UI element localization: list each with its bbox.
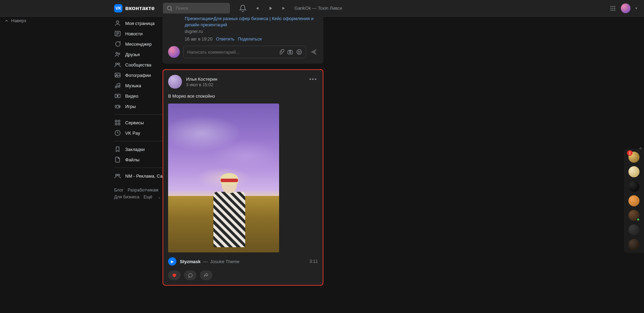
svg-point-23: [119, 107, 120, 107]
footer-devs[interactable]: Разработчикам: [128, 188, 158, 193]
nav-communities[interactable]: Сообщества: [114, 60, 169, 70]
nav-services[interactable]: Сервисы: [114, 117, 169, 128]
nav-nm[interactable]: NM - Реклама, Са...: [114, 171, 169, 181]
friend-avatar[interactable]: [628, 195, 640, 206]
svg-point-12: [116, 52, 118, 54]
nav-my-page[interactable]: Моя страница: [114, 18, 169, 28]
svg-point-33: [297, 50, 302, 54]
file-icon: [114, 156, 121, 163]
next-track-icon[interactable]: [280, 5, 288, 12]
user-icon: [114, 20, 121, 27]
footer-business[interactable]: Для бизнеса: [114, 195, 139, 199]
divider: [114, 168, 169, 168]
comment-button[interactable]: [184, 270, 196, 280]
camera-icon[interactable]: [287, 49, 293, 55]
post-highlighted: Илья Костерин 3 июл в 15:02 ••• В Морио …: [163, 69, 323, 286]
nav-photos[interactable]: Фотографии: [114, 70, 169, 80]
chat-icon: [114, 41, 121, 47]
author-avatar[interactable]: [168, 75, 182, 89]
nav-video[interactable]: Видео: [114, 91, 169, 101]
like-button[interactable]: [168, 270, 181, 280]
nav-label: Фотографии: [125, 73, 151, 78]
send-icon[interactable]: [310, 48, 318, 56]
logo[interactable]: VK вконтакте: [114, 4, 155, 12]
post-source: dsgner.ru: [185, 29, 318, 34]
user-avatar[interactable]: [621, 3, 631, 13]
audio-attachment[interactable]: ▶ Styzmask — Josuke Theme 3:11: [168, 257, 318, 266]
footer-more[interactable]: Ещё ⌄: [144, 195, 160, 199]
post-fragment: Презентации•Для разных сфер бизнеса | Ке…: [163, 14, 323, 64]
attach-icon[interactable]: [278, 49, 284, 55]
comment-box[interactable]: [183, 46, 306, 58]
svg-rect-27: [118, 123, 120, 125]
comment-row: [168, 46, 318, 58]
friend-avatar[interactable]: 1: [628, 152, 640, 163]
commenter-avatar[interactable]: [168, 46, 180, 58]
share-link[interactable]: Поделиться: [238, 37, 262, 42]
nav-label: Друзья: [125, 52, 140, 57]
post-date[interactable]: 3 июл в 15:02: [186, 82, 217, 87]
video-icon: [114, 92, 121, 99]
audio-duration: 3:11: [310, 259, 318, 264]
nav-news[interactable]: Новости: [114, 28, 169, 39]
scroll-top[interactable]: Наверх: [4, 18, 26, 23]
svg-point-19: [118, 86, 120, 87]
nav-label: VK Pay: [125, 131, 140, 136]
now-playing[interactable]: GarikOk — Toxin Ливси: [294, 6, 342, 11]
svg-point-7: [610, 9, 611, 10]
nav-music[interactable]: Музыка: [114, 80, 169, 91]
svg-point-15: [118, 63, 120, 65]
svg-point-8: [613, 9, 614, 10]
friend-avatar[interactable]: [628, 210, 640, 221]
svg-point-1: [610, 6, 611, 7]
audio-track: Josuke Theme: [210, 259, 239, 264]
search-input[interactable]: [176, 6, 227, 11]
friends-rail: 1: [624, 149, 644, 253]
online-indicator: [636, 218, 640, 221]
play-icon[interactable]: [267, 5, 274, 12]
svg-point-10: [117, 21, 119, 23]
search-box[interactable]: [163, 3, 230, 14]
friend-avatar[interactable]: [628, 181, 640, 192]
post-link[interactable]: Презентации•Для разных сфер бизнеса | Ке…: [185, 16, 318, 28]
nav-games[interactable]: Игры: [114, 101, 169, 111]
svg-point-35: [300, 51, 301, 52]
author-name[interactable]: Илья Костерин: [186, 77, 217, 82]
reply-link[interactable]: Ответить: [216, 37, 234, 42]
svg-point-34: [298, 51, 299, 52]
nav-vkpay[interactable]: VK Pay: [114, 128, 169, 138]
apps-icon[interactable]: [610, 5, 616, 11]
nav-files[interactable]: Файлы: [114, 154, 169, 165]
post-header: Илья Костерин 3 июл в 15:02: [168, 75, 318, 89]
post-photo[interactable]: [168, 104, 279, 252]
nav-label: Видео: [125, 93, 138, 99]
nav-friends[interactable]: Друзья: [114, 49, 169, 60]
nav-bookmarks[interactable]: Закладки7: [114, 144, 169, 154]
audio-title: Styzmask — Josuke Theme: [180, 259, 239, 264]
emoji-icon[interactable]: [296, 49, 302, 55]
post-meta: 16 авг в 19:20 Ответить Поделиться: [185, 37, 318, 42]
svg-point-6: [614, 8, 615, 9]
nav-label: NM - Реклама, Са...: [125, 173, 166, 179]
svg-point-2: [613, 6, 614, 7]
notifications-icon[interactable]: [239, 5, 247, 12]
post-menu-icon[interactable]: •••: [309, 76, 317, 82]
chevron-down-icon[interactable]: ▾: [635, 6, 637, 10]
share-button[interactable]: [200, 270, 212, 280]
play-audio-icon[interactable]: ▶: [168, 257, 176, 266]
friend-avatar[interactable]: [628, 166, 640, 177]
friend-avatar[interactable]: [628, 224, 640, 235]
friends-icon: [114, 51, 121, 58]
nav-label: Новости: [125, 31, 142, 36]
footer-links: БлогРазработчикам Для бизнесаЕщё ⌄: [114, 187, 169, 200]
prev-track-icon[interactable]: [253, 5, 260, 12]
nav-label: Закладки: [125, 147, 145, 152]
friend-avatar[interactable]: [628, 239, 640, 250]
services-icon: [114, 119, 121, 126]
footer-blog[interactable]: Блог: [114, 188, 123, 193]
comment-input[interactable]: [187, 50, 275, 55]
svg-point-29: [116, 174, 117, 176]
nav-messenger[interactable]: Мессенджер1: [114, 39, 169, 49]
svg-point-4: [610, 8, 611, 9]
search-icon: [166, 5, 173, 12]
